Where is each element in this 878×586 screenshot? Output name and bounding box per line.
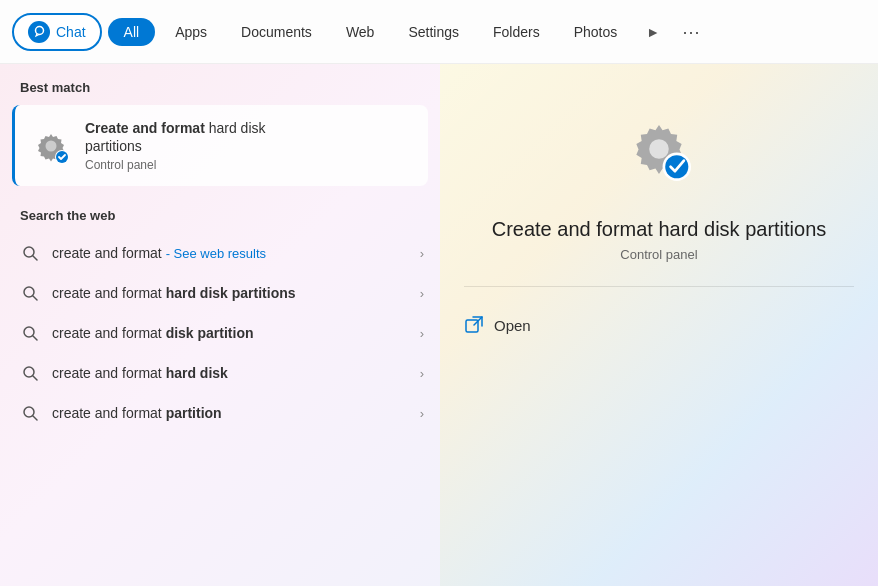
svg-line-9: [33, 336, 37, 340]
play-icon: ►: [646, 24, 660, 40]
web-result-3-text: create and format disk partition: [52, 325, 408, 341]
best-match-text: Create and format hard diskpartitions Co…: [85, 119, 412, 172]
settings-tab[interactable]: Settings: [394, 18, 473, 46]
chevron-right-icon-4: ›: [420, 366, 424, 381]
main-content: Best match Create and format hard diskpa…: [0, 64, 878, 586]
chat-icon: [28, 21, 50, 43]
app-icon-large: [614, 104, 704, 194]
open-external-icon: [464, 315, 484, 335]
search-icon-2: [20, 283, 40, 303]
app-detail-subtitle: Control panel: [620, 247, 697, 262]
overflow-menu-button[interactable]: ⋯: [675, 16, 707, 48]
svg-point-0: [35, 27, 43, 35]
web-tab[interactable]: Web: [332, 18, 389, 46]
open-button[interactable]: Open: [464, 307, 531, 343]
chevron-right-icon-2: ›: [420, 286, 424, 301]
web-result-5[interactable]: create and format partition ›: [0, 393, 440, 433]
search-icon-4: [20, 363, 40, 383]
apps-tab[interactable]: Apps: [161, 18, 221, 46]
web-result-1-text: create and format - See web results: [52, 245, 408, 261]
web-result-2[interactable]: create and format hard disk partitions ›: [0, 273, 440, 313]
chat-button[interactable]: Chat: [12, 13, 102, 51]
chevron-right-icon-3: ›: [420, 326, 424, 341]
svg-line-5: [33, 256, 37, 260]
search-icon-1: [20, 243, 40, 263]
svg-point-14: [649, 139, 669, 159]
web-result-2-text: create and format hard disk partitions: [52, 285, 408, 301]
best-match-label: Best match: [0, 80, 440, 105]
web-result-4-text: create and format hard disk: [52, 365, 408, 381]
documents-tab[interactable]: Documents: [227, 18, 326, 46]
svg-point-1: [46, 140, 57, 151]
photos-tab[interactable]: Photos: [560, 18, 632, 46]
svg-point-16: [665, 155, 688, 178]
best-match-item[interactable]: Create and format hard diskpartitions Co…: [12, 105, 428, 186]
web-result-5-text: create and format partition: [52, 405, 408, 421]
all-tab-button[interactable]: All: [108, 18, 156, 46]
chevron-right-icon-1: ›: [420, 246, 424, 261]
search-icon-3: [20, 323, 40, 343]
svg-line-13: [33, 416, 37, 420]
control-panel-icon: [31, 126, 71, 166]
ellipsis-icon: ⋯: [682, 21, 700, 43]
chat-label: Chat: [56, 24, 86, 40]
open-label: Open: [494, 317, 531, 334]
app-detail-title: Create and format hard disk partitions: [492, 218, 827, 241]
best-match-title: Create and format hard diskpartitions: [85, 119, 412, 155]
top-nav: Chat All Apps Documents Web Settings Fol…: [0, 0, 878, 64]
search-icon-5: [20, 403, 40, 423]
detail-panel: Create and format hard disk partitions C…: [440, 64, 878, 586]
left-panel: Best match Create and format hard diskpa…: [0, 64, 440, 586]
svg-line-7: [33, 296, 37, 300]
more-tabs-button[interactable]: ►: [637, 16, 669, 48]
svg-line-11: [33, 376, 37, 380]
detail-divider: [464, 286, 854, 287]
chevron-right-icon-5: ›: [420, 406, 424, 421]
web-search-label: Search the web: [0, 202, 440, 233]
web-result-1[interactable]: create and format - See web results ›: [0, 233, 440, 273]
web-result-3[interactable]: create and format disk partition ›: [0, 313, 440, 353]
folders-tab[interactable]: Folders: [479, 18, 554, 46]
all-label: All: [124, 24, 140, 40]
web-result-4[interactable]: create and format hard disk ›: [0, 353, 440, 393]
best-match-subtitle: Control panel: [85, 158, 412, 172]
